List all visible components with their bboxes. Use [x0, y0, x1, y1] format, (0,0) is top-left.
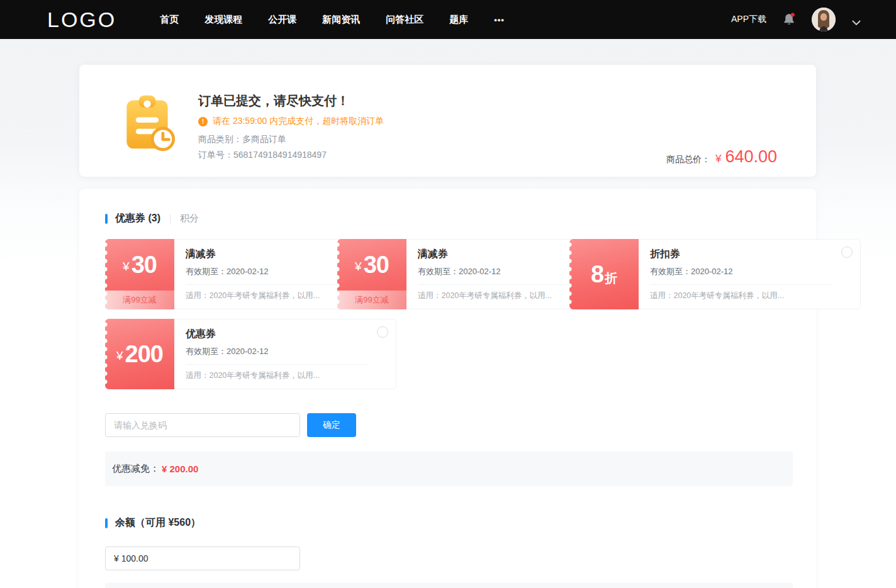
order-total-row: 商品总价： ¥ 640.00 — [666, 147, 777, 167]
coupon-amount: ¥200 — [105, 319, 174, 389]
discount-label: 优惠减免： — [112, 463, 159, 475]
discount-value: ¥ 200.00 — [162, 463, 198, 474]
coupon-value-panel: ¥30 满99立减 — [105, 239, 174, 309]
nav-item-discover-courses[interactable]: 发现课程 — [204, 14, 242, 26]
coupon-grid: ¥30 满99立减 满减券 有效期至：2020-02-12 适用：2020年考研… — [105, 239, 792, 389]
coupon-validity: 有效期至：2020-02-12 — [186, 346, 368, 357]
balance-title: 余额（可用 ¥560） — [115, 516, 201, 530]
tab-points[interactable]: 积分 — [180, 213, 199, 225]
balance-input-row — [105, 546, 792, 570]
order-info: 订单已提交，请尽快支付！ ! 请在 23:59:00 内完成支付，超时将取消订单… — [198, 92, 384, 161]
coupon-details: 优惠券 有效期至：2020-02-12 适用：2020年考研专属福利券，以用..… — [174, 319, 396, 389]
coupon-details: 折扣券 有效期至：2020-02-12 适用：2020年考研专属福利券，以用..… — [639, 239, 861, 309]
nav-item-open-courses[interactable]: 公开课 — [268, 14, 296, 26]
coupon-section-header: 优惠券 (3) 积分 — [105, 212, 792, 225]
payment-options-card: 优惠券 (3) 积分 ¥30 满99立减 满减券 有效期至：2020-02-12… — [79, 189, 816, 588]
balance-amount-input[interactable] — [105, 546, 300, 570]
nav-item-more-icon[interactable]: ••• — [494, 15, 505, 25]
coupon-value-panel: 8折 — [569, 239, 639, 309]
coupon-value: 30 — [132, 252, 157, 279]
tab-coupons[interactable]: 优惠券 (3) — [115, 212, 160, 225]
nav-item-news[interactable]: 新闻资讯 — [322, 14, 360, 26]
coupon-value: 200 — [125, 341, 163, 368]
coupon-value-panel: ¥200 — [105, 319, 174, 389]
coupon-select-radio[interactable] — [377, 326, 388, 338]
coupon-value-panel: ¥30 满99立减 — [337, 239, 406, 309]
coupon-currency: ¥ — [116, 349, 123, 363]
coupon-amount: 8折 — [569, 239, 639, 309]
coupon-amount: ¥30 — [105, 239, 174, 291]
discount-summary-row: 优惠减免： ¥ 200.00 — [105, 452, 793, 486]
tab-divider — [170, 214, 171, 223]
coupon-currency: ¥ — [355, 260, 362, 274]
redeem-code-input[interactable] — [105, 413, 300, 437]
warning-icon: ! — [198, 117, 208, 126]
order-category-row: 商品类别：多商品订单 — [198, 134, 384, 145]
user-avatar[interactable] — [812, 8, 836, 31]
coupon-select-radio[interactable] — [841, 247, 853, 258]
notification-bell-icon[interactable] — [783, 13, 795, 26]
top-navbar: LOGO 首页 发现课程 公开课 新闻资讯 问答社区 题库 ••• APP下载 — [0, 0, 896, 39]
order-submitted-title: 订单已提交，请尽快支付！ — [198, 92, 384, 109]
confirm-button[interactable]: 确定 — [307, 413, 356, 437]
coupon-applicable-text: 适用：2020年考研专属福利券，以用... — [186, 370, 368, 381]
logo[interactable]: LOGO — [47, 9, 116, 30]
coupon-divider — [650, 284, 832, 285]
category-label: 商品类别： — [198, 134, 242, 144]
app-download-link[interactable]: APP下载 — [731, 14, 766, 25]
coupon-name: 优惠券 — [186, 328, 368, 341]
coupon-card[interactable]: ¥200 优惠券 有效期至：2020-02-12 适用：2020年考研专属福利券… — [105, 319, 327, 389]
total-currency: ¥ — [715, 153, 721, 165]
chevron-down-icon[interactable] — [852, 17, 861, 23]
order-clipboard-icon — [116, 92, 177, 154]
nav-item-home[interactable]: 首页 — [160, 14, 179, 26]
coupon-card[interactable]: ¥30 满99立减 满减券 有效期至：2020-02-12 适用：2020年考研… — [337, 239, 559, 309]
coupon-value: 30 — [364, 252, 389, 279]
coupon-unit: 折 — [605, 270, 617, 287]
coupon-name: 折扣券 — [650, 248, 832, 261]
total-price-value: 640.00 — [725, 147, 777, 167]
nav-right: APP下载 — [731, 8, 861, 31]
nav-item-qa-community[interactable]: 问答社区 — [386, 14, 423, 26]
order-number-row: 订单号：5681749184914918497 — [198, 150, 384, 161]
coupon-value: 8 — [591, 261, 603, 288]
order-no-label: 订单号： — [198, 150, 233, 160]
next-summary-row — [105, 583, 793, 588]
coupon-currency: ¥ — [123, 260, 130, 274]
coupon-condition-strip: 满99立减 — [105, 291, 174, 309]
category-value: 多商品订单 — [242, 134, 286, 144]
redeem-code-row: 确定 — [105, 413, 792, 437]
coupon-validity: 有效期至：2020-02-12 — [650, 266, 832, 277]
order-banner-card: 订单已提交，请尽快支付！ ! 请在 23:59:00 内完成支付，超时将取消订单… — [79, 65, 816, 177]
coupon-amount: ¥30 — [337, 239, 406, 291]
coupon-card[interactable]: ¥30 满99立减 满减券 有效期至：2020-02-12 适用：2020年考研… — [105, 239, 327, 309]
coupon-condition-strip: 满99立减 — [337, 291, 406, 309]
nav-item-question-bank[interactable]: 题库 — [449, 14, 468, 26]
coupon-divider — [186, 364, 368, 365]
coupon-card[interactable]: 8折 折扣券 有效期至：2020-02-12 适用：2020年考研专属福利券，以… — [569, 239, 791, 309]
total-price-label: 商品总价： — [666, 154, 710, 165]
payment-deadline-notice: ! 请在 23:59:00 内完成支付，超时将取消订单 — [198, 116, 384, 127]
coupon-applicable-text: 适用：2020年考研专属福利券，以用... — [650, 291, 832, 301]
nav-menu: 首页 发现课程 公开课 新闻资讯 问答社区 题库 ••• — [160, 14, 505, 26]
deadline-text: 请在 23:59:00 内完成支付，超时将取消订单 — [213, 116, 384, 127]
balance-section-header: 余额（可用 ¥560） — [105, 516, 792, 530]
section-accent-bar — [105, 214, 108, 224]
section-accent-bar — [105, 518, 108, 528]
order-no-value: 5681749184914918497 — [233, 150, 327, 160]
